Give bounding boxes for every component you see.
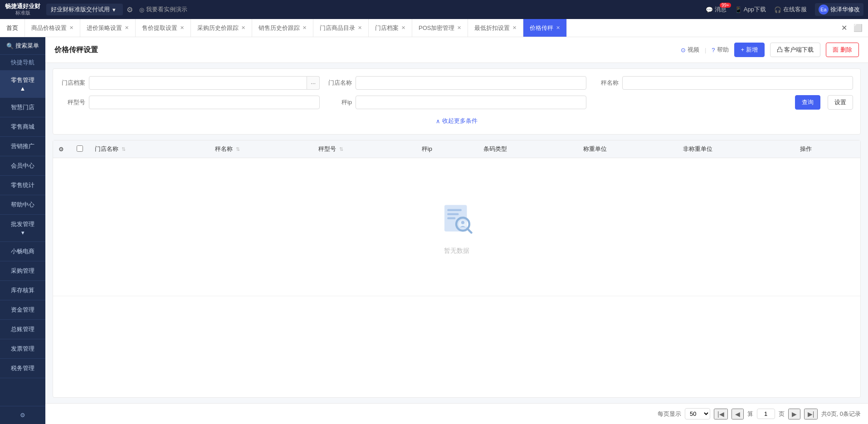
arrow-down-icon: ▾ [21, 229, 24, 236]
video-link[interactable]: ⊙ 视频 [681, 46, 699, 54]
store-file-ellipsis-button[interactable]: ··· [307, 76, 320, 90]
svg-rect-3 [447, 217, 455, 220]
sidebar-nav[interactable]: 快捷导航 [0, 55, 45, 71]
tab-price-setting[interactable]: 商品价格设置 ✕ [25, 19, 80, 37]
th-scale-name[interactable]: 秤名称 ⇅ [210, 140, 313, 158]
sidebar-item-tax[interactable]: 税务管理 [0, 359, 45, 378]
total-info: 共0页, 0条记录 [821, 410, 861, 418]
sidebar-item-help[interactable]: 帮助中心 [0, 195, 45, 215]
first-page-button[interactable]: |◀ [714, 409, 728, 419]
tab-price-scale[interactable]: 价格传秤 ✕ [523, 19, 567, 37]
filter-actions: 查询 设置 [594, 95, 853, 110]
tab-close-sale-history[interactable]: ✕ [302, 25, 307, 31]
tab-close-store-file[interactable]: ✕ [401, 25, 405, 31]
empty-row: 暂无数据 [53, 158, 860, 296]
search-icon: 🔍 [6, 43, 14, 49]
th-settings[interactable]: ⚙ [53, 140, 71, 158]
sidebar-search-label: 搜索菜单 [15, 42, 39, 50]
sidebar-item-label: 资金管理 [11, 306, 34, 314]
sidebar-item-marketing[interactable]: 营销推广 [0, 137, 45, 156]
sidebar-item-wholesale[interactable]: 批发管理 ▾ [0, 215, 45, 242]
tab-close-price-scale[interactable]: ✕ [556, 25, 560, 31]
sort-icon: ⇅ [122, 146, 126, 152]
th-non-weight-unit: 非称重单位 [678, 140, 795, 158]
collapse-button[interactable]: ∧ 收起更多条件 [60, 115, 853, 127]
app-logo: 畅捷通好业财 标准版 [5, 3, 41, 17]
tab-min-discount[interactable]: 最低折扣设置 ✕ [468, 19, 523, 37]
tab-sale-price[interactable]: 售价提取设置 ✕ [136, 19, 191, 37]
query-button[interactable]: 查询 [795, 95, 820, 110]
store-name-input[interactable] [356, 76, 586, 90]
prev-page-button[interactable]: ◀ [731, 409, 744, 419]
sidebar-item-retail[interactable]: 零售管理 ▲ [0, 71, 45, 98]
tab-store-catalog[interactable]: 门店商品目录 ✕ [313, 19, 369, 37]
topbar-right: 💬 消息 99+ 📱 App下载 🎧 在线客服 Ea 徐泽华修改 [706, 3, 863, 16]
tab-close-min-discount[interactable]: ✕ [512, 25, 517, 31]
tab-store-file[interactable]: 门店档案 ✕ [369, 19, 412, 37]
message-button[interactable]: 💬 消息 99+ [706, 5, 727, 14]
tab-sale-history[interactable]: 销售历史价跟踪 ✕ [252, 19, 313, 37]
tab-close-price-setting[interactable]: ✕ [69, 25, 73, 31]
help-label: 帮助 [717, 46, 729, 54]
scale-ip-input[interactable] [356, 96, 586, 109]
sidebar-item-retail-stat[interactable]: 零售统计 [0, 176, 45, 195]
empty-cell: 暂无数据 [53, 158, 860, 296]
svg-rect-2 [447, 213, 458, 216]
delete-button[interactable]: 面 删除 [826, 43, 859, 57]
sidebar-item-finance[interactable]: 资金管理 [0, 300, 45, 320]
sidebar-item-smart-store[interactable]: 智慧门店 [0, 98, 45, 117]
sidebar-item-label: 会员中心 [11, 162, 34, 170]
sidebar-item-inventory[interactable]: 库存核算 [0, 281, 45, 300]
sidebar-item-purchase[interactable]: 采购管理 [0, 261, 45, 281]
sidebar-item-member[interactable]: 会员中心 [0, 156, 45, 176]
store-name-label: 门店名称 [327, 79, 352, 87]
tab-pos-manage[interactable]: POS加密管理 ✕ [412, 19, 468, 37]
page-input[interactable] [757, 409, 775, 419]
tab-purchase-strategy[interactable]: 进价策略设置 ✕ [80, 19, 136, 37]
tab-close-purchase-strategy[interactable]: ✕ [125, 25, 129, 31]
download-button[interactable]: 凸 客户端下载 [770, 43, 821, 57]
main-layout: 🔍 搜索菜单 快捷导航 零售管理 ▲ 智慧门店 零售商城 营销推广 会员中心 零… [0, 37, 868, 424]
maximize-icon[interactable]: ⬜ [852, 24, 864, 32]
per-page-select[interactable]: 50 10 20 100 [685, 408, 710, 419]
store-file-label: 门店档案 [60, 79, 85, 87]
store-file-input[interactable] [89, 76, 307, 90]
th-scale-model[interactable]: 秤型号 ⇅ [313, 140, 416, 158]
app-download-button[interactable]: 📱 App下载 [735, 5, 766, 14]
tab-close-pos-manage[interactable]: ✕ [457, 25, 461, 31]
select-all-checkbox[interactable] [77, 145, 83, 152]
svg-line-6 [467, 229, 471, 233]
tab-close-sale-price[interactable]: ✕ [180, 25, 184, 31]
sort-icon: ⇅ [236, 146, 240, 152]
settings-icon[interactable]: ⚙ [127, 5, 133, 14]
set-button[interactable]: 设置 [828, 95, 853, 110]
tab-close-purchase-history[interactable]: ✕ [241, 25, 245, 31]
sidebar-item-general[interactable]: 总账管理 [0, 320, 45, 339]
scale-name-input[interactable] [622, 76, 853, 90]
sidebar-item-ecommerce[interactable]: 小畅电商 [0, 242, 45, 261]
page-title: 价格传秤设置 [54, 45, 98, 55]
store-file-input-group: ··· [89, 76, 320, 90]
close-tab-icon[interactable]: ✕ [839, 24, 849, 32]
service-label: 在线客服 [783, 5, 807, 14]
user-menu[interactable]: Ea 徐泽华修改 [815, 3, 863, 16]
next-page-button[interactable]: ▶ [788, 409, 800, 419]
add-button[interactable]: + 新增 [734, 43, 765, 57]
scale-model-input[interactable] [89, 96, 320, 109]
tab-close-store-catalog[interactable]: ✕ [358, 25, 362, 31]
last-page-button[interactable]: ▶| [804, 409, 818, 419]
tab-purchase-history[interactable]: 采购历史价跟踪 ✕ [191, 19, 252, 37]
sidebar-item-label: 零售统计 [11, 181, 34, 189]
help-link[interactable]: ? 帮助 [712, 46, 728, 54]
version-selector[interactable]: 好业财标准版交付试用 ▾ [46, 4, 123, 15]
sidebar-search[interactable]: 🔍 搜索菜单 [0, 37, 45, 55]
sidebar-item-label: 智慧门店 [11, 103, 34, 111]
online-service-button[interactable]: 🎧 在线客服 [774, 5, 807, 14]
tab-home[interactable]: 首页 [0, 19, 25, 37]
sidebar-settings-button[interactable]: ⚙ [0, 406, 45, 424]
demo-link[interactable]: ◎ 我要看实例演示 [139, 5, 189, 14]
sidebar-item-retail-mall[interactable]: 零售商城 [0, 117, 45, 137]
filter-row-2: 秤型号 秤ip 查询 设置 [60, 95, 853, 110]
th-store-name[interactable]: 门店名称 ⇅ [89, 140, 210, 158]
sidebar-item-invoice[interactable]: 发票管理 [0, 339, 45, 359]
